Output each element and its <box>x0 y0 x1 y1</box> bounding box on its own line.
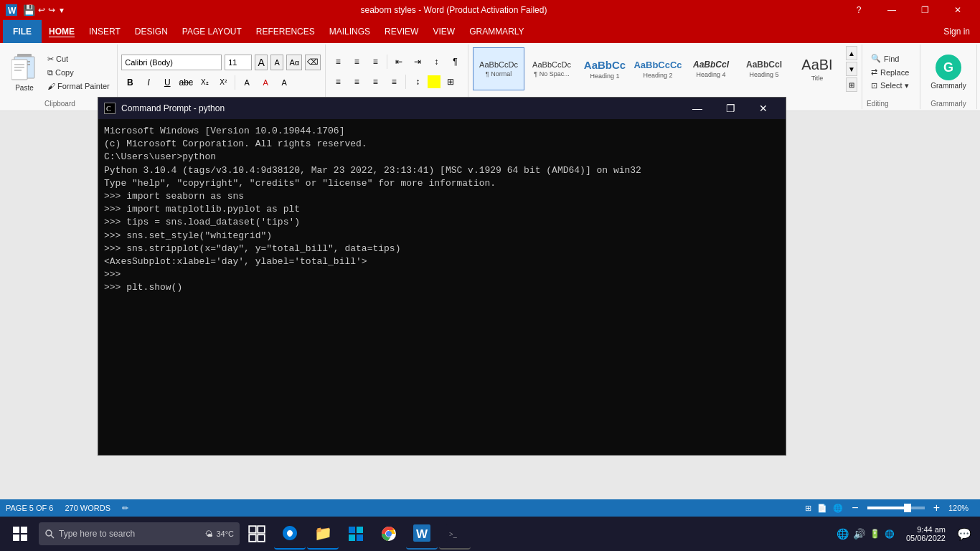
styles-gallery: AaBbCcDc ¶ Normal AaBbCcDc ¶ No Spac... … <box>473 46 857 92</box>
redo-icon[interactable]: ↪ <box>48 5 55 15</box>
clear-format-btn[interactable]: ⌫ <box>305 55 321 70</box>
help-button[interactable]: ? <box>842 0 875 20</box>
taskbar-word[interactable]: W <box>406 518 438 550</box>
view-menu[interactable]: VIEW <box>425 24 462 39</box>
cmd-minimize[interactable]: — <box>681 98 714 119</box>
design-menu[interactable]: DESIGN <box>128 24 175 39</box>
home-menu[interactable]: HOME <box>42 24 82 39</box>
font-name-input[interactable] <box>121 55 222 70</box>
align-center-button[interactable]: ≡ <box>348 74 365 90</box>
svg-rect-22 <box>258 534 265 542</box>
underline-button[interactable]: U <box>159 75 176 90</box>
text-highlight-button[interactable]: A <box>238 75 255 90</box>
search-bar[interactable]: Type here to search 🌤 34°C <box>39 522 240 545</box>
grammarly-menu[interactable]: GRAMMARLY <box>462 24 531 39</box>
font-size-increase[interactable]: A <box>255 55 268 70</box>
replace-button[interactable]: ⇄ Replace <box>867 66 915 78</box>
network-icon[interactable]: 🌐 <box>837 528 849 540</box>
style-title[interactable]: AaBI Title <box>791 47 843 90</box>
borders-button[interactable]: ⊞ <box>442 74 459 90</box>
text-effect-button[interactable]: A <box>275 75 293 90</box>
strikethrough-button[interactable]: abc <box>177 75 194 90</box>
font-row2: B I U abc X₂ X² A A A <box>121 75 321 90</box>
style-normal[interactable]: AaBbCcDc ¶ Normal <box>473 47 524 90</box>
battery-icon[interactable]: 🔋 <box>870 529 880 539</box>
pagelayout-menu[interactable]: PAGE LAYOUT <box>175 24 249 39</box>
mailings-menu[interactable]: MAILINGS <box>322 24 377 39</box>
customize-icon[interactable]: ▼ <box>58 6 65 14</box>
insert-menu[interactable]: INSERT <box>82 24 128 39</box>
bullets-button[interactable]: ≡ <box>329 54 347 70</box>
cmd-line: >>> import matplotlib.pyplot as plt <box>104 203 780 216</box>
style-heading1[interactable]: AaBbCc Heading 1 <box>579 47 631 90</box>
paste-button[interactable]: Paste <box>7 50 42 95</box>
zoom-plus-btn[interactable]: + <box>930 501 943 514</box>
increase-indent-button[interactable]: ⇥ <box>409 54 426 70</box>
font-size-decrease[interactable]: A <box>270 55 283 70</box>
sort-button[interactable]: ↕ <box>428 54 445 70</box>
restore-button[interactable]: ❐ <box>908 0 941 20</box>
zoom-slider[interactable] <box>867 507 925 509</box>
cut-button[interactable]: ✂ Cut <box>44 53 113 65</box>
clock[interactable]: 9:44 am 05/06/2022 <box>900 525 951 542</box>
superscript-button[interactable]: X² <box>215 75 232 90</box>
multilevel-list-button[interactable]: ≡ <box>367 54 384 70</box>
style-no-spacing[interactable]: AaBbCcDc ¶ No Spac... <box>526 47 578 90</box>
task-view-button[interactable] <box>241 518 273 550</box>
review-menu[interactable]: REVIEW <box>377 24 425 39</box>
save-icon[interactable]: 💾 <box>23 4 35 16</box>
subscript-button[interactable]: X₂ <box>196 75 213 90</box>
style-heading2-label: Heading 2 <box>643 72 672 79</box>
format-painter-button[interactable]: 🖌 Format Painter <box>44 80 113 92</box>
sign-in-button[interactable]: Sign in <box>936 24 977 39</box>
style-heading2[interactable]: AaBbCcCc Heading 2 <box>632 47 684 90</box>
select-button[interactable]: ⊡ Select ▾ <box>867 80 915 92</box>
find-button[interactable]: 🔍 Find <box>867 52 915 65</box>
taskbar-cmd[interactable]: >_ <box>439 518 471 550</box>
align-right-button[interactable]: ≡ <box>367 74 384 90</box>
cmd-restore[interactable]: ❐ <box>714 98 747 119</box>
show-marks-button[interactable]: ¶ <box>446 54 463 70</box>
close-button[interactable]: ✕ <box>941 0 974 20</box>
references-menu[interactable]: REFERENCES <box>249 24 322 39</box>
minimize-button[interactable]: — <box>875 0 908 20</box>
edge-icon <box>281 524 298 542</box>
bold-button[interactable]: B <box>121 75 138 90</box>
justify-button[interactable]: ≡ <box>385 74 402 90</box>
notification-icon[interactable]: 💬 <box>954 527 974 541</box>
italic-button[interactable]: I <box>140 75 157 90</box>
volume-icon[interactable]: 🔊 <box>853 528 865 540</box>
cmd-line: >>> <box>104 268 780 281</box>
style-heading4[interactable]: AaBbCcl Heading 4 <box>685 47 737 90</box>
taskbar-edge[interactable] <box>274 518 306 550</box>
grammarly-icon[interactable]: G <box>936 55 961 80</box>
shading-button[interactable] <box>428 75 440 88</box>
styles-expand[interactable]: ⊞ <box>846 77 857 92</box>
zoom-view-button[interactable]: ⊞ <box>805 504 811 513</box>
taskbar-file-explorer[interactable]: 📁 <box>307 518 339 550</box>
copy-button[interactable]: ⧉ Copy <box>44 67 113 79</box>
web-layout-button[interactable]: 🌐 <box>833 504 843 513</box>
cmd-close[interactable]: ✕ <box>747 98 780 119</box>
undo-icon[interactable]: ↩ <box>38 5 45 15</box>
print-layout-button[interactable]: 📄 <box>817 504 827 513</box>
svg-rect-10 <box>14 70 22 71</box>
styles-scroll-up[interactable]: ▲ <box>846 46 857 60</box>
zoom-minus-btn[interactable]: − <box>849 501 861 514</box>
align-left-button[interactable]: ≡ <box>329 74 347 90</box>
font-size-input[interactable] <box>225 55 252 70</box>
keyboard-icon[interactable]: 🌐 <box>885 529 895 539</box>
cmd-content[interactable]: Microsoft Windows [Version 10.0.19044.17… <box>98 119 786 455</box>
numbering-button[interactable]: ≡ <box>348 54 365 70</box>
change-case-btn[interactable]: Aα <box>286 55 302 70</box>
taskbar-store[interactable] <box>340 518 372 550</box>
file-menu[interactable]: FILE <box>3 20 42 43</box>
font-color-button[interactable]: A <box>257 75 274 90</box>
styles-scroll-down[interactable]: ▼ <box>846 62 857 76</box>
line-spacing-button[interactable]: ↕ <box>409 74 426 90</box>
taskbar-chrome[interactable] <box>373 518 405 550</box>
style-heading5[interactable]: AaBbCcl Heading 5 <box>738 47 790 90</box>
start-button[interactable] <box>3 517 37 551</box>
track-changes-icon[interactable]: ✏ <box>122 504 128 513</box>
decrease-indent-button[interactable]: ⇤ <box>390 54 407 70</box>
